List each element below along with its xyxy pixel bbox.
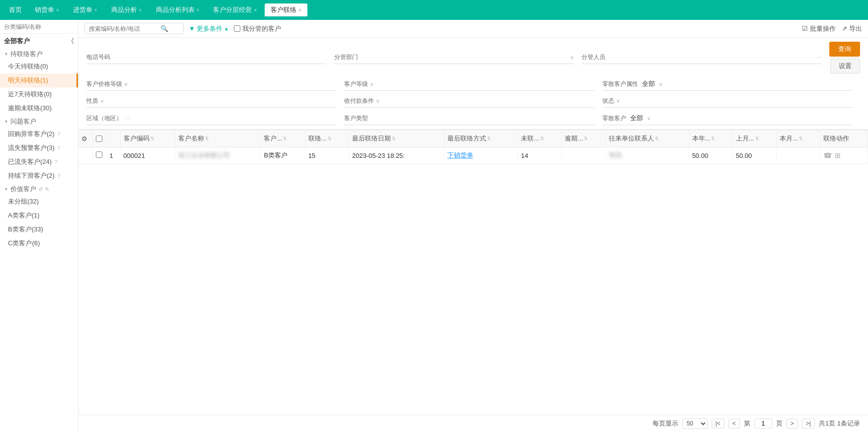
col-not-contacted[interactable]: 未联... ⇅	[518, 130, 562, 147]
customer-table: ⚙ 客户编码 ⇅	[78, 130, 868, 164]
col-action: 联络动作	[820, 130, 868, 147]
prev-page-btn[interactable]: <	[728, 419, 740, 429]
sort-method-icon: ⇅	[487, 136, 491, 141]
sidebar-item-class-b[interactable]: B类客户(33)	[0, 222, 78, 236]
col-this-year[interactable]: 本年... ⇅	[689, 130, 732, 147]
sidebar-item-lost[interactable]: 已流失客户(24) ？	[0, 155, 78, 169]
close-purchase-icon[interactable]: ×	[94, 7, 97, 13]
pending-section-label: 待联络客户	[0, 48, 78, 60]
col-last-contact-method[interactable]: 最后联络方式 ⇅	[444, 130, 518, 147]
close-customer-contact-icon[interactable]: ×	[298, 7, 301, 13]
close-customer-tier-icon[interactable]: ×	[254, 7, 257, 13]
reset-button[interactable]: 设置	[830, 59, 860, 73]
batch-ops-btn[interactable]: ☑ 批量操作	[802, 24, 836, 33]
first-page-btn[interactable]: |<	[712, 419, 724, 429]
page-suffix: 页	[776, 419, 783, 428]
value-refresh-icon[interactable]: ↺	[38, 186, 43, 193]
query-button[interactable]: 查询	[829, 42, 860, 57]
action-menu-icon[interactable]: ⊞	[835, 151, 841, 159]
sidebar-search-input[interactable]	[4, 23, 78, 30]
next-page-btn[interactable]: >	[787, 419, 798, 429]
sidebar-item-overdue-contact[interactable]: 逾期未联络(30)	[0, 101, 78, 115]
sidebar-item-continuous-decline[interactable]: 持续下滑客户(2) ？	[0, 169, 78, 183]
retail-customer-arrow: ∨	[647, 116, 651, 121]
my-customer-check[interactable]: 我分管的客户	[234, 24, 281, 33]
last-page-btn[interactable]: >|	[802, 419, 815, 429]
action-phone-icon[interactable]: ☎	[823, 151, 832, 159]
manager-field: 分管人员 ···	[581, 51, 821, 64]
status-arrow: ∨	[616, 98, 620, 104]
select-all-checkbox[interactable]	[96, 136, 102, 142]
sidebar-item-tomorrow-contact[interactable]: 明天待联络(1)	[0, 73, 78, 87]
check-square-icon: ☑	[802, 25, 808, 32]
current-page-label: 第	[744, 419, 750, 428]
region-field: 区域（地区） ···	[86, 112, 336, 125]
col-name[interactable]: 客户名称 ⇅	[175, 130, 261, 147]
price-level-arrow: ∨	[124, 81, 128, 87]
table-area: ⚙ 客户编码 ⇅	[78, 130, 868, 415]
cell-code: 000021	[120, 147, 175, 164]
value-section-label: 价值客户 ↺ ✎	[0, 183, 78, 195]
manager-input[interactable]	[607, 54, 815, 61]
nav-home[interactable]: 首页	[4, 3, 27, 16]
cell-contact-person: 李四	[605, 147, 689, 164]
sidebar-item-today-contact[interactable]: 今天待联络(0)	[0, 60, 78, 73]
search-bar: 🔍 ▼ 更多条件 ▲ 我分管的客户 ☑ 批量操作 ↗ 导出	[78, 20, 868, 38]
col-checkbox[interactable]	[92, 130, 106, 147]
cell-this-year: 50.00	[689, 147, 732, 164]
all-customers-label: 全部客户	[4, 37, 30, 46]
sidebar-item-week-contact[interactable]: 近7天待联络(0)	[0, 87, 78, 101]
nav-customer-contact[interactable]: 客户联络 ×	[265, 3, 307, 16]
nav-goods-analysis-list[interactable]: 商品分析列表 ×	[150, 3, 206, 16]
phone-input[interactable]	[112, 54, 326, 61]
cell-this-month	[776, 147, 820, 164]
sidebar-item-ungrouped[interactable]: 未分组(32)	[0, 195, 78, 209]
cell-last-contact-method[interactable]: 下销货单	[444, 147, 518, 164]
search-input[interactable]	[89, 25, 158, 32]
col-type[interactable]: 客户... ⇅	[261, 130, 305, 147]
customer-level-field: 客户等级 ∨	[344, 78, 594, 91]
close-goods-analysis-icon[interactable]: ×	[139, 7, 142, 13]
sort-this-month-icon: ⇅	[799, 136, 803, 141]
col-overdue[interactable]: 逾期... ⇅	[562, 130, 605, 147]
close-goods-analysis-list-icon[interactable]: ×	[197, 7, 200, 13]
table-header-row: ⚙ 客户编码 ⇅	[78, 130, 868, 147]
col-last-contact-date[interactable]: 最后联络日期 ⇅	[349, 130, 444, 147]
cell-checkbox[interactable]	[92, 147, 106, 164]
cell-name: 张三企业有限公司	[175, 147, 261, 164]
customer-type-field: 客户类型	[344, 112, 594, 125]
page-number-input[interactable]	[754, 419, 772, 429]
nav-goods-analysis[interactable]: 商品分析 ×	[105, 3, 148, 16]
col-last-month[interactable]: 上月... ⇅	[732, 130, 776, 147]
dept-input[interactable]	[360, 54, 569, 61]
sort-contact-icon: ⇅	[328, 136, 332, 141]
top-nav: 首页 销货单 × 进货单 × 商品分析 × 商品分析列表 × 客户分层经营 × …	[0, 0, 868, 20]
col-contact[interactable]: 联络... ⇅	[305, 130, 349, 147]
sort-year-icon: ⇅	[711, 136, 715, 141]
nav-customer-tier[interactable]: 客户分层经营 ×	[207, 3, 263, 16]
cell-overdue	[562, 147, 605, 164]
pagination: 每页显示 50 100 200 |< < 第 页 > >| 共1页 1条记录	[78, 415, 868, 432]
retail-customer-field: 零散客户 全部 ∨	[602, 112, 852, 125]
sort-last-month-icon: ⇅	[755, 136, 759, 141]
sidebar-item-repurchase-abnormal[interactable]: 回购异常客户(2) ？	[0, 127, 78, 141]
value-edit-icon[interactable]: ✎	[45, 186, 49, 193]
sidebar-item-class-c[interactable]: C类客户(6)	[0, 236, 78, 250]
export-btn[interactable]: ↗ 导出	[842, 24, 862, 33]
nav-purchase[interactable]: 进货单 ×	[67, 3, 103, 16]
sidebar-item-class-a[interactable]: A类客户(1)	[0, 209, 78, 222]
search-icon[interactable]: 🔍	[160, 25, 168, 32]
sidebar-item-loss-risk[interactable]: 流失预警客户(3) ？	[0, 141, 78, 155]
table-row: 1 000021 张三企业有限公司 B类客户 15 2023-05-23 18:…	[78, 147, 868, 164]
my-customer-checkbox[interactable]	[234, 25, 240, 32]
col-settings[interactable]: ⚙	[78, 130, 92, 147]
page-size-select[interactable]: 50 100 200	[682, 418, 708, 429]
retail-attr-field: 零散客户属性 全部 ∨	[602, 77, 852, 91]
col-code[interactable]: 客户编码 ⇅	[120, 130, 175, 147]
collapse-icon[interactable]: 《	[68, 37, 74, 46]
close-sales-icon[interactable]: ×	[56, 7, 59, 13]
col-contact-person[interactable]: 往来单位联系人 ⇅	[605, 130, 689, 147]
nav-sales[interactable]: 销货单 ×	[29, 3, 65, 16]
more-filter-btn[interactable]: ▼ 更多条件 ▲	[189, 24, 229, 33]
col-this-month[interactable]: 本月... ⇅	[776, 130, 820, 147]
